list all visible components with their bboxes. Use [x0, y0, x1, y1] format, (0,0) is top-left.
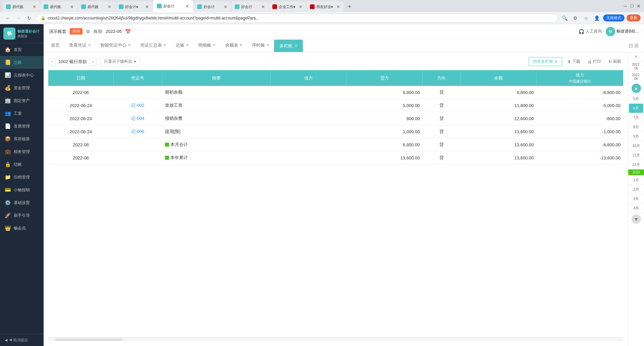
month-item-8[interactable]: 8月: [628, 122, 644, 132]
sidebar-item-member[interactable]: 👑 畅会员: [0, 222, 44, 235]
voucher-link-002[interactable]: 记-002: [131, 103, 144, 108]
sidebar-item-guide[interactable]: 🚀 新手引导: [0, 209, 44, 222]
forward-button[interactable]: →: [14, 14, 23, 22]
month-item-2023-4[interactable]: 4月: [628, 204, 644, 213]
sidebar-item-close[interactable]: 🔒 结账: [0, 158, 44, 171]
tab-voucher-summary-close[interactable]: ✕: [163, 43, 166, 47]
update-button[interactable]: 更新: [627, 14, 641, 21]
tab-voucher[interactable]: 查看凭证 ✕: [64, 39, 96, 52]
refresh-button[interactable]: ↻ 刷新: [606, 57, 623, 66]
tab-detail-ledger-close[interactable]: ✕: [213, 43, 216, 47]
sidebar-item-settings[interactable]: ⚙️ 基础设置: [0, 196, 44, 209]
month-scroll-up-button[interactable]: ▲: [632, 84, 641, 93]
month-item-5[interactable]: 5月: [628, 94, 644, 104]
month-item-10[interactable]: 10月: [628, 141, 644, 151]
month-scroll-down-button[interactable]: ▼: [632, 214, 641, 224]
sidebar-item-inventory[interactable]: 📦 库存核算: [0, 133, 44, 145]
tab1-close[interactable]: ✕: [33, 4, 36, 9]
user-profile-button[interactable]: 畅 畅捷通B租...: [606, 27, 639, 36]
user-label: 畅捷通B租...: [616, 29, 639, 34]
browser-tab-2[interactable]: 易代账 ✕: [40, 1, 77, 12]
sidebar-item-reports[interactable]: 📊 云报表中心: [0, 69, 44, 82]
minimize-button[interactable]: ─: [623, 3, 628, 9]
profile-icon[interactable]: 👤: [592, 14, 601, 22]
download-button[interactable]: ⬇ 下载: [566, 57, 582, 66]
tab7-close[interactable]: ✕: [261, 4, 265, 9]
tab-multi-col[interactable]: 多栏账 ✕: [274, 40, 303, 52]
browser-tab-5[interactable]: 好会计 ✕: [153, 0, 193, 12]
tab-seq-ledger[interactable]: 序时账 ✕: [247, 39, 274, 52]
month-item-2023-1[interactable]: 1月: [628, 176, 644, 185]
maximize-button[interactable]: ☐: [629, 3, 635, 9]
browser-tab-1[interactable]: 易代账 ✕: [3, 1, 40, 12]
back-button[interactable]: ←: [3, 14, 12, 22]
incognito-button[interactable]: 无痕模式: [603, 14, 625, 21]
browser-tab-6[interactable]: 好会计 ✕: [194, 1, 231, 12]
consultant-button[interactable]: 🎧 人工咨询: [579, 29, 602, 34]
month-item-2023-3[interactable]: 3月: [628, 194, 644, 204]
month-item-6[interactable]: 6月: [629, 104, 643, 113]
search-icon[interactable]: 🔍: [560, 14, 569, 22]
voucher-link-006[interactable]: 记-006: [131, 129, 144, 134]
sidebar-item-salary[interactable]: 👥 工资: [0, 107, 44, 120]
browser-tab-7[interactable]: 好会计 ✕: [231, 1, 268, 12]
gear-settings-icon[interactable]: ⚙: [86, 29, 90, 34]
tab-collapse-button[interactable]: ⊟ ⊞: [626, 42, 641, 49]
sidebar-unpin-button[interactable]: ◀ ◀ 取消固定: [0, 334, 44, 346]
month-item-11[interactable]: 11月: [628, 151, 644, 160]
tab-voucher-summary[interactable]: 凭证汇总表 ✕: [136, 39, 171, 52]
print-button[interactable]: 🖨 打印: [586, 57, 603, 66]
url-bar[interactable]: 🔒 cloud2.chanjet.com/accounting/uh26t264…: [36, 14, 558, 22]
filter-dropdown[interactable]: 只显示下级科目 ▼: [100, 57, 141, 66]
tab6-close[interactable]: ✕: [224, 4, 227, 9]
sidebar-item-assets[interactable]: 🏢 固定资产: [0, 94, 44, 107]
tab-balance-close[interactable]: ✕: [239, 43, 243, 47]
tab5-close[interactable]: ✕: [185, 4, 189, 9]
tab-smart-voucher-close[interactable]: ✕: [128, 43, 131, 47]
tab2-close[interactable]: ✕: [70, 4, 74, 9]
calendar-icon[interactable]: 📅: [125, 29, 131, 34]
tab9-close[interactable]: ✕: [336, 4, 340, 9]
tab3-close[interactable]: ✕: [108, 4, 111, 9]
horizontal-scrollbar[interactable]: [48, 337, 623, 341]
sidebar-item-ledger[interactable]: 📒 总账: [0, 56, 44, 69]
month-item-2023-2[interactable]: 2月: [628, 185, 644, 194]
tab-general-ledger[interactable]: 总账 ✕: [171, 39, 194, 52]
tab-balance-label: 余额表: [225, 42, 238, 48]
sidebar-item-tax[interactable]: 💼 税务管理: [0, 145, 44, 158]
sidebar-item-expense[interactable]: 💳 小畅报销: [0, 184, 44, 196]
sidebar-item-funds[interactable]: 💰 资金管理: [0, 82, 44, 94]
voucher-link-004[interactable]: 记-004: [131, 116, 144, 121]
tab-smart-voucher[interactable]: 智能凭证中心 ✕: [96, 39, 136, 52]
tab-voucher-close[interactable]: ✕: [88, 43, 91, 47]
browser-tab-4[interactable]: 好会计♦ ✕: [115, 1, 152, 12]
tab-general-ledger-close[interactable]: ✕: [186, 43, 189, 47]
new-tab-button[interactable]: +: [344, 1, 355, 12]
refresh-label: 刷新: [613, 59, 621, 64]
sidebar-item-archive[interactable]: 📁 归档管理: [0, 171, 44, 184]
browser-tab-3[interactable]: 易代账 ✕: [78, 1, 115, 12]
settings-icon[interactable]: ⚙: [571, 14, 580, 22]
reload-button[interactable]: ↻: [25, 14, 34, 22]
month-item-9[interactable]: 9月: [628, 132, 644, 141]
sidebar-item-home[interactable]: 🏠 首页: [0, 43, 44, 56]
month-nav-close-button[interactable]: ✕: [628, 52, 644, 61]
td-direction: 贷: [423, 138, 461, 151]
month-item-7[interactable]: 7月: [628, 113, 644, 122]
bookmark-icon[interactable]: ☆: [582, 14, 590, 22]
close-window-button[interactable]: ✕: [636, 3, 641, 9]
tab-multi-col-close[interactable]: ✕: [294, 44, 298, 48]
browser-tab-9[interactable]: 用友好业♦ ✕: [307, 1, 343, 12]
prev-account-button[interactable]: ‹: [48, 58, 56, 65]
next-account-button[interactable]: ›: [90, 58, 97, 65]
tab-balance[interactable]: 余额表 ✕: [220, 39, 247, 52]
tab-seq-ledger-close[interactable]: ✕: [266, 43, 269, 47]
sidebar-item-invoice[interactable]: 📄 发票管理: [0, 120, 44, 133]
tab8-close[interactable]: ✕: [299, 4, 303, 9]
browser-tab-8[interactable]: 企业工作♦ ✕: [269, 1, 306, 12]
month-item-12[interactable]: 12月: [628, 160, 644, 169]
tab-detail-ledger[interactable]: 明细账 ✕: [194, 39, 220, 52]
tab-home[interactable]: 首页: [46, 39, 64, 52]
special-ledger-button[interactable]: 特殊多栏账 ▼: [529, 57, 562, 66]
tab4-close[interactable]: ✕: [145, 4, 149, 9]
